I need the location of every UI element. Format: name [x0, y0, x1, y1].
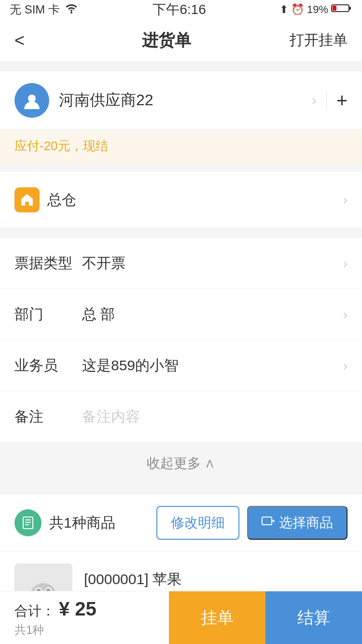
warehouse-icon: [14, 187, 40, 212]
department-row[interactable]: 部门 总 部 ›: [0, 289, 362, 340]
invoice-chevron-icon: ›: [343, 256, 348, 271]
hang-order-button[interactable]: 挂单: [169, 591, 265, 644]
status-bar: 无 SIM 卡 下午6:16 ⬆ ⏰ 19%: [0, 0, 362, 19]
section-divider-4: [0, 484, 362, 494]
open-pending-button[interactable]: 打开挂单: [290, 30, 348, 50]
svg-rect-10: [262, 517, 272, 525]
select-product-label: 选择商品: [279, 514, 333, 532]
warehouse-chevron-icon: ›: [343, 192, 348, 208]
page-title: 进货单: [142, 29, 191, 52]
warehouse-section: 总仓 ›: [0, 172, 362, 228]
nav-bar: < 进货单 打开挂单: [0, 19, 362, 62]
supplier-vertical-divider: [326, 91, 327, 110]
checkout-button[interactable]: 结算: [265, 591, 362, 644]
salesman-row[interactable]: 业务员 这是859的小智 ›: [0, 340, 362, 392]
alarm-icon: ⏰: [291, 3, 304, 16]
warehouse-name: 总仓: [47, 190, 343, 210]
remark-row[interactable]: 备注 备注内容: [0, 392, 362, 442]
invoice-type-row[interactable]: 票据类型 不开票 ›: [0, 238, 362, 289]
bottom-total: 合计： ¥ 25 共1种: [0, 591, 169, 644]
invoice-type-value: 不开票: [72, 253, 343, 273]
department-value: 总 部: [72, 305, 343, 324]
battery-icon: [331, 3, 352, 16]
salesman-label: 业务员: [14, 356, 72, 376]
supplier-row[interactable]: 河南供应商22 › +: [0, 71, 362, 130]
select-product-icon: [262, 515, 275, 531]
wifi-icon: [64, 3, 79, 16]
total-amount: ¥ 25: [59, 598, 97, 620]
notice-bar: 应付-20元，现结: [0, 130, 362, 162]
total-row: 合计： ¥ 25: [14, 598, 154, 620]
department-label: 部门: [14, 305, 72, 324]
battery-text: 19%: [307, 3, 328, 16]
department-chevron-icon: ›: [343, 307, 348, 322]
svg-point-4: [28, 95, 36, 102]
warehouse-row[interactable]: 总仓 ›: [0, 172, 362, 228]
back-button[interactable]: <: [14, 30, 43, 51]
carrier-text: 无 SIM 卡: [10, 2, 60, 17]
status-left: 无 SIM 卡: [10, 2, 79, 17]
svg-point-0: [70, 12, 72, 14]
modify-detail-button[interactable]: 修改明细: [156, 506, 239, 540]
status-time: 下午6:16: [153, 0, 206, 19]
collapse-more-label: 收起更多 ∧: [147, 454, 216, 473]
product-header: 共1种商品 修改明细 选择商品: [0, 494, 362, 552]
svg-rect-2: [349, 7, 351, 10]
section-divider-3: [0, 228, 362, 238]
product-count-icon: [14, 509, 42, 536]
bottom-bar: 合计： ¥ 25 共1种 挂单 结算: [0, 591, 362, 644]
location-icon: ⬆: [279, 3, 288, 16]
remark-placeholder: 备注内容: [72, 407, 348, 427]
product-name: [0000001] 苹果: [84, 570, 325, 589]
supplier-section: 河南供应商22 › + 应付-20元，现结: [0, 71, 362, 162]
supplier-chevron-icon: ›: [312, 93, 316, 108]
total-sub: 共1种: [14, 622, 154, 638]
supplier-avatar: [14, 83, 49, 118]
product-name-text: 苹果: [153, 571, 181, 587]
checkout-label: 结算: [297, 607, 330, 629]
invoice-type-label: 票据类型: [14, 253, 72, 273]
select-product-button[interactable]: 选择商品: [247, 506, 348, 540]
supplier-name: 河南供应商22: [59, 90, 312, 111]
product-count-text: 共1种商品: [49, 513, 156, 533]
salesman-value: 这是859的小智: [72, 356, 343, 376]
svg-rect-5: [25, 202, 29, 206]
collapse-more-button[interactable]: 收起更多 ∧: [0, 442, 362, 484]
add-supplier-button[interactable]: +: [336, 90, 348, 112]
total-label: 合计：: [14, 602, 55, 620]
section-divider-1: [0, 62, 362, 71]
notice-text: 应付-20元，现结: [14, 139, 108, 153]
salesman-chevron-icon: ›: [343, 358, 348, 374]
svg-rect-3: [333, 6, 336, 11]
remark-label: 备注: [14, 407, 72, 427]
status-right: ⬆ ⏰ 19%: [279, 3, 352, 16]
hang-order-label: 挂单: [201, 607, 234, 629]
section-divider-2: [0, 162, 362, 172]
invoice-section: 票据类型 不开票 › 部门 总 部 › 业务员 这是859的小智 › 备注 备注…: [0, 238, 362, 442]
product-code: [0000001]: [84, 571, 148, 587]
